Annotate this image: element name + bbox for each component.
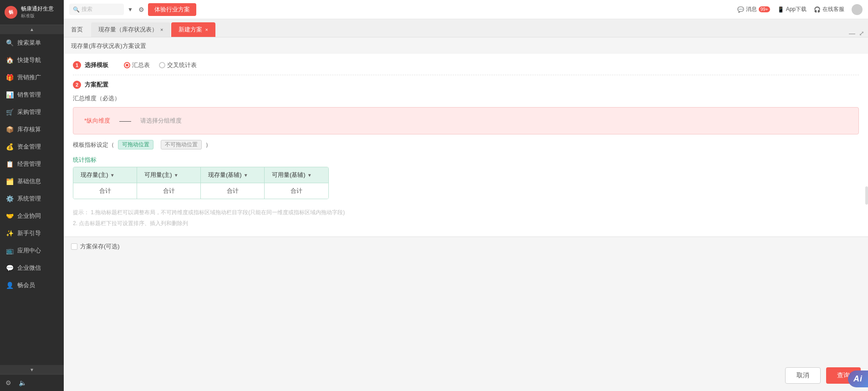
template-summary-radio[interactable]: 汇总表 bbox=[124, 61, 150, 69]
user-icon: 👤 bbox=[5, 281, 14, 289]
section2: 2 方案配置 汇总维度（必选） *纵向维度 —— 请选择分组维度 模板指标设定（… bbox=[73, 81, 859, 228]
app-download-label: App下载 bbox=[786, 5, 807, 13]
message-label: 消息 bbox=[746, 5, 757, 13]
app-name: 畅康通好生意 bbox=[21, 5, 54, 13]
chevron-down-icon-4[interactable]: ▼ bbox=[307, 173, 312, 178]
tab-expand-icon[interactable]: ⤢ bbox=[859, 30, 864, 37]
section1-title: 1 选择模板 汇总表 交叉统计表 bbox=[73, 61, 859, 69]
sidebar-logo: 畅 畅康通好生意 标准版 bbox=[0, 0, 64, 25]
sidebar-item-search[interactable]: 🔍 搜索菜单 bbox=[0, 34, 64, 51]
tab-home[interactable]: 首页 bbox=[64, 22, 90, 37]
gift-icon: 🎁 bbox=[5, 73, 14, 82]
section1-num: 1 bbox=[73, 61, 81, 69]
summary-radio-label: 汇总表 bbox=[132, 61, 150, 69]
stats-header-4-label: 可用量(基辅) bbox=[272, 171, 306, 179]
tip-2: 2. 点击标题栏下拉可设置排序、插入列和删除列 bbox=[73, 219, 859, 229]
sidebar-item-nav[interactable]: 🏠 快捷导航 bbox=[0, 51, 64, 69]
stats-header-3-label: 现存量(基辅) bbox=[208, 171, 242, 179]
sidebar-item-finance[interactable]: 💰 资金管理 bbox=[0, 138, 64, 155]
header-dropdown-arrow[interactable]: ▼ bbox=[128, 6, 133, 13]
sidebar-item-sales[interactable]: 📊 销售管理 bbox=[0, 86, 64, 103]
resize-handle[interactable] bbox=[865, 186, 868, 205]
chevron-down-icon-2[interactable]: ▼ bbox=[174, 173, 179, 178]
sidebar-item-label: 资金管理 bbox=[17, 143, 41, 151]
chevron-down-icon-3[interactable]: ▼ bbox=[244, 173, 248, 178]
online-service-label: 在线客服 bbox=[822, 5, 844, 13]
sidebar-item-wechat[interactable]: 💬 企业微信 bbox=[0, 259, 64, 277]
dim-placeholder: 请选择分组维度 bbox=[140, 117, 182, 125]
dim-required-marker: *纵向维度 bbox=[84, 117, 110, 125]
clipboard-icon: 📋 bbox=[5, 160, 14, 168]
header-right: 💬 消息 99+ 📱 App下载 🎧 在线客服 bbox=[737, 4, 863, 15]
stats-body-cell-3: 合计 bbox=[201, 183, 265, 199]
phone-icon: 📱 bbox=[777, 6, 784, 13]
app-edition: 标准版 bbox=[21, 13, 54, 19]
tab-inventory[interactable]: 现存量（库存状况表） × bbox=[91, 22, 170, 37]
save-checkbox-box[interactable] bbox=[71, 243, 77, 250]
draggable-tag: 可拖动位置 bbox=[118, 140, 153, 149]
save-checkbox[interactable]: 方案保存(可选) bbox=[71, 242, 861, 251]
form-panel: 1 选择模板 汇总表 交叉统计表 2 方案 bbox=[64, 54, 868, 237]
handshake-icon: 🤝 bbox=[5, 212, 14, 220]
sidebar-item-system[interactable]: ⚙️ 系统管理 bbox=[0, 190, 64, 207]
tab-minimize-icon[interactable]: — bbox=[849, 30, 855, 37]
stats-body-cell-4: 合计 bbox=[265, 183, 328, 199]
section-divider bbox=[73, 75, 859, 75]
sidebar-item-label: 采购管理 bbox=[17, 108, 41, 116]
template-cross-radio[interactable]: 交叉统计表 bbox=[159, 61, 197, 69]
experience-industry-button[interactable]: 体验行业方案 bbox=[148, 3, 196, 16]
main-area: 🔍 搜索 ▼ ⚙ 体验行业方案 💬 消息 99+ 📱 App下载 🎧 在线客服 bbox=[64, 0, 868, 391]
ai-badge[interactable]: Ai bbox=[848, 370, 868, 387]
sidebar-item-label: 基础信息 bbox=[17, 177, 41, 185]
sidebar-item-tutorial[interactable]: ✨ 新手引导 bbox=[0, 225, 64, 242]
info-icon: 🗂️ bbox=[5, 177, 14, 185]
sidebar-item-marketing[interactable]: 🎁 营销推广 bbox=[0, 69, 64, 86]
message-item[interactable]: 💬 消息 99+ bbox=[737, 5, 770, 13]
sidebar-item-label: 应用中心 bbox=[17, 247, 41, 255]
search-icon: 🔍 bbox=[5, 39, 14, 47]
stats-header-1-label: 现存量(主) bbox=[81, 171, 108, 179]
cancel-button[interactable]: 取消 bbox=[785, 367, 821, 384]
sidebar-item-member[interactable]: 👤 畅会员 bbox=[0, 277, 64, 294]
tab-inventory-close[interactable]: × bbox=[160, 27, 163, 32]
sidebar-item-inventory[interactable]: 📦 库存核算 bbox=[0, 121, 64, 138]
fixed-tag: 不可拖动位置 bbox=[161, 140, 202, 149]
top-header: 🔍 搜索 ▼ ⚙ 体验行业方案 💬 消息 99+ 📱 App下载 🎧 在线客服 bbox=[64, 0, 868, 19]
app-download-item[interactable]: 📱 App下载 bbox=[777, 5, 807, 13]
header-search[interactable]: 🔍 搜索 bbox=[69, 4, 124, 15]
chat-icon: 💬 bbox=[5, 264, 14, 272]
sidebar-item-label: 销售管理 bbox=[17, 91, 41, 99]
logo-icon: 畅 bbox=[5, 6, 17, 19]
dimension-box[interactable]: *纵向维度 —— 请选择分组维度 bbox=[73, 107, 859, 134]
stats-header-cell-4[interactable]: 可用量(基辅) ▼ bbox=[265, 167, 328, 183]
sidebar-scroll-down[interactable]: ▼ bbox=[0, 365, 64, 374]
section2-title: 2 方案配置 bbox=[73, 81, 859, 89]
chevron-down-icon-1[interactable]: ▼ bbox=[110, 173, 115, 178]
tab-new-plan-close[interactable]: × bbox=[205, 27, 208, 32]
tv-icon: 📺 bbox=[5, 247, 14, 255]
sidebar-item-purchase[interactable]: 🛒 采购管理 bbox=[0, 103, 64, 121]
dimension-label: 汇总维度（必选） bbox=[73, 94, 859, 103]
header-gear-icon[interactable]: ⚙ bbox=[138, 6, 144, 13]
stats-header-cell-3[interactable]: 现存量(基辅) ▼ bbox=[201, 167, 265, 183]
save-label: 方案保存(可选) bbox=[80, 242, 120, 251]
section2-label: 方案配置 bbox=[85, 81, 108, 89]
sidebar-item-basics[interactable]: 🗂️ 基础信息 bbox=[0, 173, 64, 190]
user-avatar[interactable] bbox=[852, 4, 863, 15]
sidebar-item-operation[interactable]: 📋 经营管理 bbox=[0, 155, 64, 173]
sidebar-item-collab[interactable]: 🤝 企业协同 bbox=[0, 207, 64, 225]
message-icon: 💬 bbox=[737, 6, 744, 13]
sidebar: 畅 畅康通好生意 标准版 ▲ 🔍 搜索菜单 🏠 快捷导航 🎁 营销推广 📊 销售… bbox=[0, 0, 64, 391]
stats-header-cell-1[interactable]: 现存量(主) ▼ bbox=[73, 167, 137, 183]
money-icon: 💰 bbox=[5, 143, 14, 151]
sidebar-item-appstore[interactable]: 📺 应用中心 bbox=[0, 242, 64, 259]
volume-icon[interactable]: 🔈 bbox=[19, 379, 26, 386]
stats-body-row: 合计 合计 合计 合计 bbox=[73, 183, 328, 199]
tab-new-plan[interactable]: 新建方案 × bbox=[171, 22, 215, 37]
sidebar-bottom: ⚙ 🔈 bbox=[0, 374, 64, 391]
sidebar-item-label: 企业微信 bbox=[17, 264, 41, 272]
sidebar-scroll-up[interactable]: ▲ bbox=[0, 25, 64, 34]
online-service-item[interactable]: 🎧 在线客服 bbox=[814, 5, 844, 13]
stats-header-cell-2[interactable]: 可用量(主) ▼ bbox=[137, 167, 201, 183]
settings-icon[interactable]: ⚙ bbox=[5, 379, 11, 386]
